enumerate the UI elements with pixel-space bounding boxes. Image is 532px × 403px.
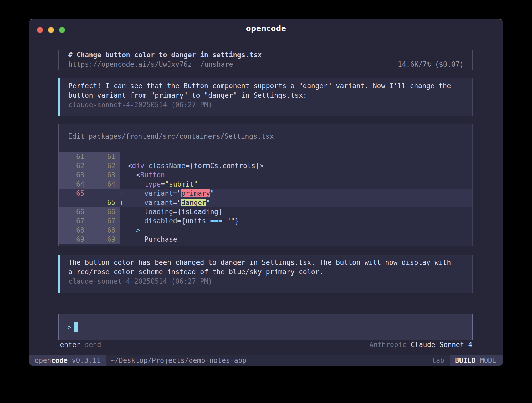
diff-line-number-new: 62	[90, 161, 120, 170]
diff-line-number-new	[90, 189, 120, 198]
app-version: v0.3.11	[72, 355, 101, 366]
mode-primary: BUILD	[455, 355, 475, 366]
share-url[interactable]: https://opencode.ai/s/UwJxv76z	[68, 60, 192, 69]
working-directory: ~/Desktop/Projects/demo-notes-app	[111, 355, 247, 366]
diff-code-line: + variant="danger"	[120, 198, 472, 207]
diff-line-number-new: 65	[90, 198, 120, 207]
window-title: opencode	[29, 24, 503, 33]
session-header: # Change button color to danger in setti…	[58, 50, 473, 70]
session-title: # Change button color to danger in setti…	[68, 50, 464, 60]
prompt-input[interactable]: >	[58, 314, 473, 340]
tab-key-hint: tab	[432, 355, 444, 366]
diff-code-line: loading={isLoading}	[120, 207, 472, 216]
message-meta: claude-sonnet-4-20250514 (06:27 PM)	[68, 100, 464, 110]
title-bar: opencode	[29, 19, 503, 38]
message-text: button variant from "primary" to "danger…	[68, 91, 464, 100]
diff-line-number-old: 61	[59, 152, 90, 161]
footer-hints: enter send AnthropicClaude Sonnet 4	[58, 341, 473, 349]
diff-line-number-old: 69	[59, 235, 90, 244]
diff-row: 6363 <Button	[59, 170, 472, 180]
diff-row: 6767 disabled={units === ""}	[59, 216, 472, 226]
assistant-message: The button color has been changed to dan…	[58, 255, 473, 293]
model-provider: Anthropic	[369, 341, 406, 349]
diff-row: 6666 loading={isLoading}	[59, 207, 472, 216]
send-hint-label: send	[85, 341, 101, 349]
opencode-window: opencode # Change button color to danger…	[29, 19, 503, 366]
token-usage: 14.6K/7% ($0.07)	[398, 60, 464, 69]
diff-line-number-new: 61	[90, 152, 120, 161]
unshare-command[interactable]: /unshare	[200, 60, 233, 69]
diff-code-line: >	[120, 226, 472, 235]
app-name-prefix: open	[35, 355, 51, 366]
diff-line-number-new: 66	[90, 207, 120, 216]
diff-line-number-old: 63	[59, 170, 90, 180]
text-cursor	[74, 322, 78, 332]
diff-line-number-old: 67	[59, 216, 90, 226]
diff-line-number-new: 68	[90, 226, 120, 235]
app-name-suffix: code	[51, 355, 68, 366]
diff-row: 6969 Purchase	[59, 235, 472, 244]
mode-secondary: MODE	[480, 355, 496, 366]
mode-badge[interactable]: BUILDMODE	[450, 355, 503, 366]
diff-code-line: Purchase	[120, 235, 472, 244]
diff-line-number-old: 62	[59, 161, 90, 170]
diff-line-number-new: 64	[90, 180, 120, 189]
edit-tool-card: Edit packages/frontend/src/containers/Se…	[58, 124, 473, 246]
enter-key-hint: enter	[60, 341, 80, 349]
diff-code-line	[120, 152, 472, 161]
diff: 61616262 <div className={formCs.controls…	[59, 152, 472, 244]
edit-file-path: Edit packages/frontend/src/containers/Se…	[59, 124, 472, 141]
model-indicator[interactable]: AnthropicClaude Sonnet 4	[369, 341, 472, 349]
diff-line-number-old: 68	[59, 226, 90, 235]
diff-line-number-new: 69	[90, 235, 120, 244]
diff-row: 65- variant="primary"	[59, 189, 472, 198]
diff-line-number-old: 65	[59, 189, 90, 198]
model-name: Claude Sonnet 4	[411, 341, 472, 349]
diff-line-number-old: 64	[59, 180, 90, 189]
status-bar: opencodev0.3.11 ~/Desktop/Projects/demo-…	[29, 355, 503, 366]
message-meta: claude-sonnet-4-20250514 (06:27 PM)	[68, 277, 464, 286]
diff-code-line: <Button	[120, 170, 472, 180]
diff-row: 6262 <div className={formCs.controls}>	[59, 161, 472, 170]
app-version-badge: opencodev0.3.11	[29, 355, 106, 366]
diff-code-line: disabled={units === ""}	[120, 216, 472, 226]
assistant-message: Perfect! I can see that the Button compo…	[58, 78, 473, 116]
diff-line-number-new: 67	[90, 216, 120, 226]
diff-row: 65+ variant="danger"	[59, 198, 472, 207]
diff-row: 6868 >	[59, 226, 472, 235]
message-text: Perfect! I can see that the Button compo…	[68, 81, 464, 91]
diff-line-number-old	[59, 198, 90, 207]
message-text: a red/rose color scheme instead of the b…	[68, 267, 464, 277]
diff-code-line: <div className={formCs.controls}>	[120, 161, 472, 170]
diff-line-number-new: 63	[90, 170, 120, 180]
prompt-symbol: >	[67, 323, 71, 331]
diff-line-number-old: 66	[59, 207, 90, 216]
diff-code-line: - variant="primary"	[120, 189, 472, 198]
diff-code-line: type="submit"	[120, 180, 472, 189]
diff-row: 6464 type="submit"	[59, 180, 472, 189]
message-text: The button color has been changed to dan…	[68, 258, 464, 267]
diff-row: 6161	[59, 152, 472, 161]
